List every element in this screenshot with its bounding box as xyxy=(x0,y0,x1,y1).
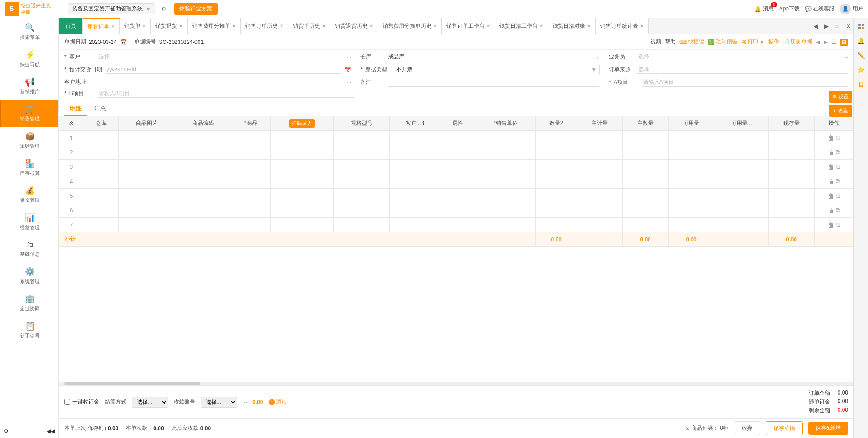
right-panel-display-icon[interactable]: 🖥 xyxy=(855,78,868,91)
customer-code-info-icon[interactable]: ℹ xyxy=(422,120,424,126)
tab-close-icon[interactable]: ✕ xyxy=(539,24,543,29)
salesperson-input[interactable] xyxy=(636,53,839,61)
notification-bell[interactable]: 🔔 9 消息 xyxy=(754,5,774,13)
tab-prev-icon[interactable]: ◀ xyxy=(810,18,821,34)
one-click-deposit-checkbox[interactable]: 一键收订金 xyxy=(64,398,99,406)
tab-close-icon[interactable]: ✕ xyxy=(587,24,591,29)
tab-home[interactable]: 首页 xyxy=(59,18,83,34)
horizontal-scrollbar[interactable] xyxy=(59,382,853,385)
right-panel-notification-icon[interactable]: 🔔 xyxy=(855,34,868,47)
online-service-link[interactable]: 💬 在线客服 xyxy=(805,5,834,13)
row-product[interactable] xyxy=(231,131,271,145)
one-click-checkbox-input[interactable] xyxy=(64,399,70,405)
info-icon[interactable]: ℹ xyxy=(149,425,151,432)
tab-sales-invoice[interactable]: 销货单 ✕ xyxy=(120,18,151,34)
logistics-float-btn[interactable]: + 物流 xyxy=(829,105,852,117)
system-selector[interactable]: 装备及固定资产辅助管理系统 ▼ xyxy=(68,3,155,14)
row-warehouse[interactable] xyxy=(83,131,119,145)
address-dots-btn[interactable]: ··· xyxy=(347,79,351,86)
copy-row-icon[interactable]: ⧉ xyxy=(836,192,840,200)
tab-sales-return[interactable]: 销货退货 ✕ xyxy=(151,18,188,34)
sidebar-item-marketing[interactable]: 📢 营销推广 xyxy=(0,72,58,100)
salesperson-dots-btn[interactable]: ··· xyxy=(844,54,848,60)
invoice-type-select[interactable]: 不开票 ▼ xyxy=(393,64,600,75)
delete-row-icon[interactable]: 🗑 xyxy=(828,178,834,185)
tab-close-icon[interactable]: ✕ xyxy=(322,24,325,29)
delete-row-icon[interactable]: 🗑 xyxy=(828,207,834,214)
a-project-input[interactable] xyxy=(641,78,848,87)
delivery-date-input[interactable] xyxy=(105,65,342,74)
sidebar-item-base[interactable]: 🗂 基础信息 xyxy=(0,236,58,262)
customer-input[interactable] xyxy=(97,53,343,61)
tab-daily-reconcile[interactable]: 钱货日清对账 ✕ xyxy=(548,18,596,34)
delete-row-icon[interactable]: 🗑 xyxy=(828,221,834,229)
tab-invoice-history[interactable]: 销货单历史 ✕ xyxy=(288,18,330,34)
tab-sales-stats[interactable]: 销售订单统计表 ✕ xyxy=(596,18,649,34)
view-video-btn[interactable]: 视频 xyxy=(650,38,661,46)
app-download-link[interactable]: App下载 xyxy=(779,5,800,13)
customer-dots-btn[interactable]: ··· xyxy=(347,54,351,60)
row-main-qty[interactable] xyxy=(623,131,669,145)
save-draft-button[interactable]: 保存草稿 xyxy=(766,421,803,435)
tab-summary[interactable]: 汇总 xyxy=(89,103,112,116)
sidebar-item-sales[interactable]: 🛒 销售管理 xyxy=(0,100,58,127)
order-source-input[interactable] xyxy=(636,65,848,74)
scroll-thumb[interactable] xyxy=(64,382,200,385)
history-btn[interactable]: 📄 历史单据 xyxy=(783,38,812,46)
discard-button[interactable]: 放弃 xyxy=(734,421,760,435)
row-main-unit[interactable] xyxy=(577,131,623,145)
dots-bank-icon[interactable]: ··· xyxy=(242,399,247,405)
copy-row-icon[interactable]: ⧉ xyxy=(836,163,840,171)
row-stock[interactable] xyxy=(769,131,815,145)
help-btn[interactable]: 帮助 xyxy=(665,38,676,46)
row-available2[interactable] xyxy=(714,131,769,145)
tab-order-workbench[interactable]: 销售订单工作台 ✕ xyxy=(442,18,495,34)
row-available[interactable] xyxy=(669,131,714,145)
tab-next-icon[interactable]: ▶ xyxy=(821,18,832,34)
sidebar-item-quick-nav[interactable]: ⚡ 快捷导航 xyxy=(0,45,58,72)
row-attr[interactable] xyxy=(440,131,475,145)
tab-daily-workbench[interactable]: 钱货日清工作台 ✕ xyxy=(495,18,548,34)
sidebar-item-enterprise[interactable]: 🏢 企业协同 xyxy=(0,289,58,317)
delete-row-icon[interactable]: 🗑 xyxy=(828,135,834,142)
save-new-button[interactable]: 保存&新增 xyxy=(808,422,848,435)
row-code[interactable] xyxy=(175,131,231,145)
settings-bottom-icon[interactable]: ⚙ xyxy=(4,428,9,434)
sidebar-item-search[interactable]: 🔍 搜索菜单 xyxy=(0,18,58,45)
sidebar-item-finance[interactable]: 💰 资金管理 xyxy=(0,181,58,208)
shortcut-btn[interactable]: ⌨ 快捷键 xyxy=(679,38,704,46)
sidebar-item-system[interactable]: ⚙️ 系统管理 xyxy=(0,262,58,289)
b-project-input[interactable] xyxy=(97,89,355,98)
tab-close-icon[interactable]: ✕ xyxy=(280,24,283,29)
tab-sales-order[interactable]: 销售订单 ✕ xyxy=(83,18,120,34)
settings-float-btn[interactable]: ⚙ 设置 xyxy=(829,91,852,103)
profit-btn[interactable]: 💹 毛利预告 xyxy=(708,38,737,46)
tab-close-icon[interactable]: ✕ xyxy=(486,24,490,29)
payment-method-select[interactable]: 选择... xyxy=(132,397,168,408)
sidebar-item-inventory[interactable]: 🏪 库存核算 xyxy=(0,154,58,181)
tab-sales-order-history[interactable]: 销售订单历史 ✕ xyxy=(241,18,288,34)
goods-types-icon[interactable]: ⊙ xyxy=(685,425,690,431)
row-unit[interactable] xyxy=(475,131,536,145)
tab-sales-expense[interactable]: 销售费用分摊单 ✕ xyxy=(188,18,241,34)
nav-next-icon[interactable]: ▶ xyxy=(824,39,828,45)
col-scan[interactable]: 扫码录入 xyxy=(271,116,334,131)
tab-close-icon[interactable]: ✕ xyxy=(142,24,146,29)
sidebar-item-operations[interactable]: 📊 经营管理 xyxy=(0,208,58,236)
right-panel-star-icon[interactable]: ⭐ xyxy=(855,63,868,76)
delete-row-icon[interactable]: 🗑 xyxy=(828,149,834,156)
collapse-icon[interactable]: ◀◀ xyxy=(47,428,55,434)
row-spec[interactable] xyxy=(334,131,390,145)
copy-row-icon[interactable]: ⧉ xyxy=(836,178,840,185)
row-qty2[interactable] xyxy=(536,131,577,145)
tab-menu-icon[interactable]: ☰ xyxy=(832,18,843,34)
list-view-icon[interactable]: ☰ xyxy=(831,39,836,45)
copy-row-icon[interactable]: ⧉ xyxy=(836,149,840,156)
sidebar-item-purchase[interactable]: 📦 采购管理 xyxy=(0,127,58,154)
grid-view-icon[interactable]: ⊞ xyxy=(840,39,848,46)
industry-btn[interactable]: 体验行业方案 xyxy=(174,3,218,15)
tab-return-history[interactable]: 销货退货历史 ✕ xyxy=(330,18,378,34)
tab-close-icon[interactable]: ✕ xyxy=(179,24,183,29)
column-settings-icon[interactable]: ⚙ xyxy=(63,120,79,127)
tab-close-all-icon[interactable]: ✕ xyxy=(843,18,853,34)
